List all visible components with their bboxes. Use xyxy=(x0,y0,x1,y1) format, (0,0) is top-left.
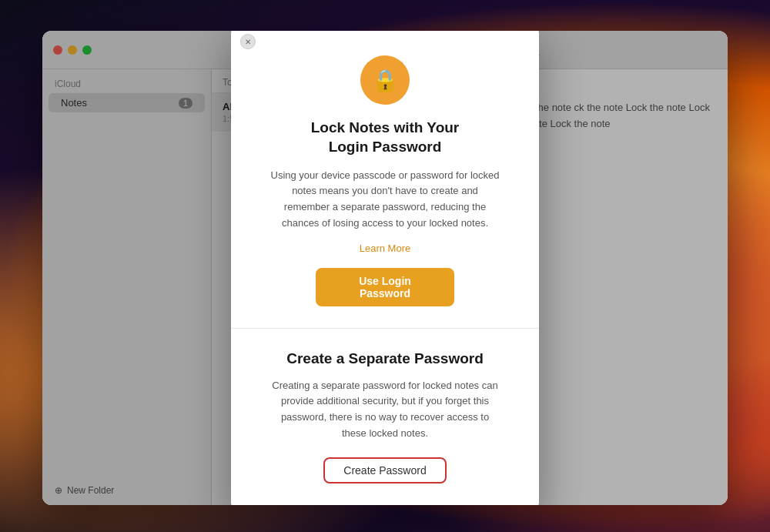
notes-window: ≡ ⊞ 🗑 ✎ Aa ☰ ⊟ 🖼 🔒 ⬆ 🔍 iCloud Notes 1 xyxy=(42,31,728,505)
lock-icon-circle: 🔒 xyxy=(360,55,410,105)
lock-notes-dialog: ✕ 🔒 Lock Notes with Your Login Password … xyxy=(231,31,539,505)
learn-more-link[interactable]: Learn More xyxy=(360,243,410,254)
dialog-bottom-title: Create a Separate Password xyxy=(286,350,484,367)
dialog-description: Using your device passcode or password f… xyxy=(270,168,500,232)
lock-icon: 🔒 xyxy=(372,68,399,93)
dialog-close-button[interactable]: ✕ xyxy=(240,34,256,49)
use-login-password-button[interactable]: Use Login Password xyxy=(316,268,454,306)
dialog-title: Lock Notes with Your Login Password xyxy=(311,119,460,156)
modal-backdrop: ✕ 🔒 Lock Notes with Your Login Password … xyxy=(42,31,728,505)
dialog-top-section: 🔒 Lock Notes with Your Login Password Us… xyxy=(231,31,539,328)
create-password-button[interactable]: Create Password xyxy=(323,457,447,483)
dialog-bottom-section: Create a Separate Password Creating a se… xyxy=(231,329,539,505)
close-icon: ✕ xyxy=(245,38,251,46)
dialog-bottom-description: Creating a separate password for locked … xyxy=(270,378,500,442)
